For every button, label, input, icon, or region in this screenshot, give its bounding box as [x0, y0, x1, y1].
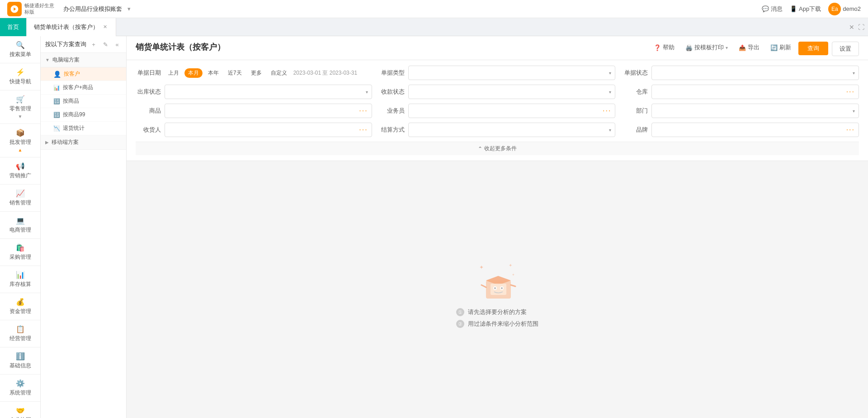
date-tab-this-year[interactable]: 本年 — [204, 68, 222, 78]
salesperson-dots: ··· — [603, 107, 611, 115]
settlement-arrow: ▾ — [609, 128, 611, 133]
print-icon: 🖨️ — [685, 44, 693, 51]
system-title[interactable]: 办公用品行业模拟账套 — [63, 5, 122, 13]
dept-filter-cell: 部门 ▾ — [623, 104, 859, 118]
brand-select[interactable]: ··· — [651, 123, 859, 137]
out-status-select[interactable]: ▾ — [165, 85, 372, 99]
top-right-buttons: ❓ 帮助 🖨️ 按模板打印 ▾ 📤 导出 � — [650, 42, 859, 56]
settlement-select[interactable]: ▾ — [408, 123, 616, 137]
maximize-window-icon[interactable]: ⛶ — [858, 24, 864, 31]
empty-tip-1: ① 请先选择要分析的方案 — [456, 308, 538, 316]
sidebar-item-enterprise[interactable]: 🤝 企业协同 — [0, 402, 40, 418]
consignee-select[interactable]: ··· — [165, 123, 372, 137]
date-tab-prev-month[interactable]: 上月 — [165, 68, 183, 78]
sidebar-item-system[interactable]: ⚙️ 系统管理 — [0, 375, 40, 402]
receipt-status-select[interactable]: ▾ — [408, 85, 616, 99]
scheme-header: 按以下方案查询 + ✎ « — [41, 36, 126, 53]
product-dots: ··· — [359, 107, 368, 115]
empty-tips: ① 请先选择要分析的方案 ② 用过滤条件来缩小分析范围 — [456, 308, 538, 328]
svg-line-9 — [481, 285, 486, 287]
collapse-text: 收起更多条件 — [484, 145, 517, 152]
close-window-icon[interactable]: ✕ — [849, 24, 854, 31]
sidebar-item-sales[interactable]: 📈 销售管理 — [0, 185, 40, 212]
svg-line-10 — [511, 285, 515, 286]
tip-text-1: 请先选择要分析的方案 — [468, 308, 527, 316]
by-product-99-icon: 🔢 — [53, 112, 60, 118]
tab-home[interactable]: 首页 — [0, 18, 27, 36]
export-btn[interactable]: 📤 导出 — [735, 42, 763, 53]
edit-scheme-btn[interactable]: ✎ — [101, 40, 110, 49]
header-left: 畅捷通好生意 标版 办公用品行业模拟账套 ▾ — [7, 2, 131, 16]
tab-close-icon[interactable]: ✕ — [101, 24, 108, 31]
date-tab-more[interactable]: 更多 — [247, 68, 265, 78]
purchase-icon: 🛍️ — [16, 243, 25, 252]
mobile-group-header[interactable]: ▶ 移动端方案 — [41, 135, 126, 150]
sidebar-item-marketing[interactable]: 📢 营销推广 — [0, 157, 40, 185]
sidebar-item-basic-info[interactable]: ℹ️ 基础信息 — [0, 347, 40, 375]
product-label: 商品 — [136, 107, 161, 115]
tab-sales-stat[interactable]: 销货单统计表（按客户） ✕ — [27, 18, 116, 36]
ecommerce-icon: 💻 — [16, 216, 25, 225]
message-action[interactable]: 💬 消息 — [762, 5, 783, 13]
system-dropdown-arrow[interactable]: ▾ — [127, 5, 131, 12]
scheme-item-by-customer[interactable]: 👤 按客户 — [41, 67, 126, 81]
product-select[interactable]: ··· — [165, 104, 372, 118]
query-button[interactable]: 查询 — [798, 42, 828, 55]
scheme-item-by-customer-product[interactable]: 📊 按客户+商品 — [41, 81, 126, 95]
app-download-action[interactable]: 📱 App下载 — [790, 5, 821, 13]
enterprise-icon: 🤝 — [16, 406, 25, 415]
salesperson-select[interactable]: ··· — [408, 104, 616, 118]
by-product-99-label: 按商品99 — [63, 111, 85, 119]
by-product-label: 按商品 — [63, 97, 79, 105]
scheme-item-by-product[interactable]: 🔢 按商品 — [41, 95, 126, 108]
bill-type-label: 单据类型 — [379, 69, 405, 77]
filter-area: 单据日期 上月 本月 本年 近7天 更多 自定义 — [127, 60, 868, 161]
desktop-scheme-group: ▼ 电脑端方案 👤 按客户 📊 按客户+商品 🔢 按商品 🔢 按商品 — [41, 53, 126, 135]
refresh-btn[interactable]: 🔄 刷新 — [767, 42, 795, 53]
finance-icon: 💰 — [16, 298, 25, 306]
svg-text:✦: ✦ — [479, 264, 484, 271]
product-filter-cell: 商品 ··· — [136, 104, 372, 118]
date-tab-7days[interactable]: 近7天 — [224, 68, 245, 78]
sidebar-item-operations[interactable]: 📋 经营管理 — [0, 320, 40, 347]
template-print-btn[interactable]: 🖨️ 按模板打印 ▾ — [682, 42, 731, 53]
date-tab-this-month[interactable]: 本月 — [184, 68, 203, 78]
data-area: ✦ ✦ ✦ ① 请先选择要分析的方案 ② 用过滤条件来缩小分析范围 — [127, 161, 868, 418]
desktop-group-header[interactable]: ▼ 电脑端方案 — [41, 53, 126, 67]
sidebar-item-finance[interactable]: 💰 资金管理 — [0, 293, 40, 320]
warehouse-filter-cell: 仓库 ··· — [623, 85, 859, 99]
add-scheme-btn[interactable]: + — [89, 40, 98, 49]
dept-select[interactable]: ▾ — [651, 104, 859, 118]
empty-tip-2: ② 用过滤条件来缩小分析范围 — [456, 320, 538, 328]
scheme-item-by-product-99[interactable]: 🔢 按商品99 — [41, 108, 126, 122]
sidebar-item-search-menu[interactable]: 🔍 搜索菜单 — [0, 36, 40, 63]
bill-type-select[interactable]: ▾ — [408, 66, 616, 80]
salesperson-filter-cell: 业务员 ··· — [379, 104, 616, 118]
retail-toggle: ▼ — [18, 114, 23, 119]
by-customer-product-label: 按客户+商品 — [63, 84, 93, 91]
filter-row-3: 商品 ··· 业务员 ··· 部门 — [136, 104, 859, 118]
sidebar: 🔍 搜索菜单 ⚡ 快捷导航 🛒 零售管理 ▼ 📦 批发管理 ▲ 📢 营销推广 📈… — [0, 36, 41, 418]
help-btn[interactable]: ❓ 帮助 — [650, 42, 678, 53]
tip-num-1: ① — [456, 308, 464, 316]
bill-status-select[interactable]: ▾ — [651, 66, 859, 80]
bill-type-filter-cell: 单据类型 ▾ — [379, 66, 616, 80]
sidebar-item-inventory[interactable]: 📊 库存核算 — [0, 266, 40, 293]
date-tab-custom[interactable]: 自定义 — [267, 68, 291, 78]
date-filter-cell: 单据日期 上月 本月 本年 近7天 更多 自定义 — [136, 66, 372, 80]
sidebar-item-wholesale[interactable]: 📦 批发管理 ▲ — [0, 124, 40, 157]
sidebar-item-purchase[interactable]: 🛍️ 采购管理 — [0, 239, 40, 266]
collapse-scheme-btn[interactable]: « — [113, 40, 122, 49]
brand-filter-cell: 品牌 ··· — [623, 123, 859, 137]
empty-state: ✦ ✦ ✦ ① 请先选择要分析的方案 ② 用过滤条件来缩小分析范围 — [456, 251, 538, 328]
bill-status-filter-cell: 单据状态 ▾ — [623, 66, 859, 80]
settings-button[interactable]: 设置 — [832, 42, 859, 56]
sidebar-item-quick-nav[interactable]: ⚡ 快捷导航 — [0, 63, 40, 90]
svg-text:✦: ✦ — [509, 263, 512, 268]
sidebar-item-ecommerce[interactable]: 💻 电商管理 — [0, 212, 40, 239]
collapse-filter-btn[interactable]: ⌃ 收起更多条件 — [136, 142, 859, 155]
warehouse-select[interactable]: ··· — [651, 85, 859, 99]
sidebar-item-retail[interactable]: 🛒 零售管理 ▼ — [0, 90, 40, 124]
user-menu[interactable]: Ea demo2 — [828, 3, 861, 15]
scheme-item-return-stat[interactable]: 📉 退货统计 — [41, 122, 126, 135]
